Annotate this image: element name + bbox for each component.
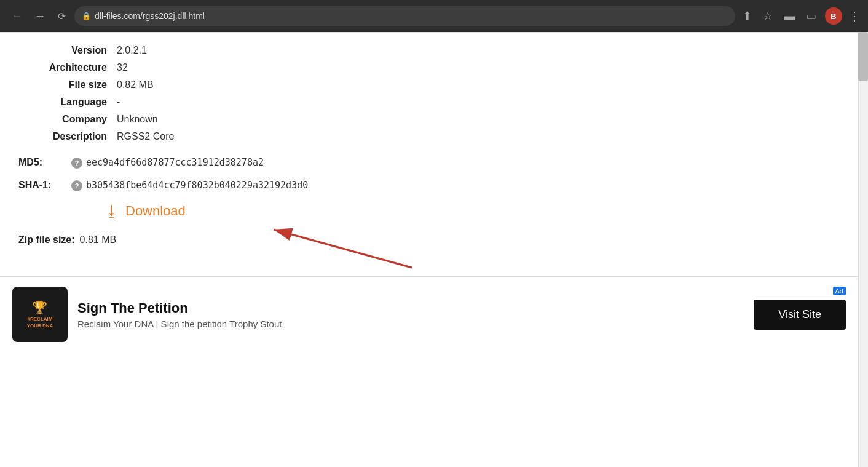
page-container: Version 2.0.2.1 Architecture 32 File siz… bbox=[0, 32, 868, 467]
scrollbar-thumb[interactable] bbox=[858, 32, 868, 81]
zip-value: 0.81 MB bbox=[80, 234, 117, 245]
forward-button[interactable]: → bbox=[31, 7, 49, 25]
download-label: Download bbox=[125, 203, 186, 219]
version-row: Version 2.0.2.1 bbox=[18, 45, 840, 56]
filesize-value: 0.82 MB bbox=[117, 79, 154, 90]
download-section: ⭳ Download bbox=[18, 202, 840, 220]
profile-button[interactable]: B bbox=[825, 7, 842, 25]
visit-site-button[interactable]: Visit Site bbox=[754, 300, 846, 330]
version-label: Version bbox=[18, 45, 117, 56]
file-info-section: Version 2.0.2.1 Architecture 32 File siz… bbox=[18, 45, 840, 142]
filesize-label: File size bbox=[18, 79, 117, 90]
ad-title: Sign The Petition bbox=[77, 300, 744, 316]
description-row: Description RGSS2 Core bbox=[18, 131, 840, 142]
company-row: Company Unknown bbox=[18, 114, 840, 125]
back-button[interactable]: ← bbox=[7, 7, 26, 25]
lock-icon: 🔒 bbox=[82, 12, 91, 20]
md5-row: MD5: ? eec9a4df66d87877ccc31912d38278a2 bbox=[18, 157, 840, 169]
menu-button[interactable]: ⋮ bbox=[848, 9, 861, 23]
download-button[interactable]: ⭳ Download bbox=[105, 202, 186, 220]
filesize-row: File size 0.82 MB bbox=[18, 79, 840, 90]
share-icon[interactable]: ⬆ bbox=[740, 7, 754, 25]
ad-logo-line2: YOUR DNA bbox=[27, 323, 53, 329]
description-value: RGSS2 Core bbox=[117, 131, 174, 142]
scrollbar[interactable] bbox=[858, 32, 868, 467]
reload-button[interactable]: ⟳ bbox=[54, 8, 69, 25]
language-value: - bbox=[117, 97, 120, 108]
ad-badge: Ad bbox=[833, 287, 846, 295]
sha1-help-icon[interactable]: ? bbox=[71, 180, 82, 191]
architecture-row: Architecture 32 bbox=[18, 62, 840, 73]
language-row: Language - bbox=[18, 97, 840, 108]
address-bar[interactable]: 🔒 dll-files.com/rgss202j.dll.html bbox=[74, 6, 735, 26]
browser-toolbar: ← → ⟳ 🔒 dll-files.com/rgss202j.dll.html … bbox=[0, 0, 868, 32]
split-screen-icon[interactable]: ▭ bbox=[803, 7, 819, 25]
extensions-icon[interactable]: ▬ bbox=[781, 7, 797, 25]
md5-label: MD5: bbox=[18, 157, 68, 168]
version-value: 2.0.2.1 bbox=[117, 45, 147, 56]
download-icon: ⭳ bbox=[105, 202, 119, 220]
ad-logo-inner: 🏆 #RECLAIM YOUR DNA bbox=[27, 300, 53, 329]
zip-label: Zip file size: bbox=[18, 234, 75, 245]
toolbar-icons: ⬆ ☆ ▬ ▭ B ⋮ bbox=[740, 7, 861, 25]
architecture-value: 32 bbox=[117, 62, 128, 73]
ad-section: Ad 🏆 #RECLAIM YOUR DNA Sign The Petition… bbox=[0, 277, 858, 352]
ad-text: Sign The Petition Reclaim Your DNA | Sig… bbox=[77, 300, 744, 329]
url-text: dll-files.com/rgss202j.dll.html bbox=[95, 11, 205, 21]
ad-subtitle: Reclaim Your DNA | Sign the petition Tro… bbox=[77, 319, 744, 329]
language-label: Language bbox=[18, 97, 117, 108]
main-content: Version 2.0.2.1 Architecture 32 File siz… bbox=[0, 32, 858, 467]
ad-logo-trophy-icon: 🏆 bbox=[32, 300, 47, 315]
sha1-value: b305438fbe64d4cc79f8032b040229a32192d3d0 bbox=[86, 180, 308, 191]
md5-value: eec9a4df66d87877ccc31912d38278a2 bbox=[86, 157, 264, 168]
ad-logo: 🏆 #RECLAIM YOUR DNA bbox=[12, 287, 68, 342]
architecture-label: Architecture bbox=[18, 62, 117, 73]
company-value: Unknown bbox=[117, 114, 158, 125]
bookmark-icon[interactable]: ☆ bbox=[760, 7, 775, 25]
zip-size-row: Zip file size: 0.81 MB bbox=[18, 234, 840, 245]
company-label: Company bbox=[18, 114, 117, 125]
sha1-label: SHA-1: bbox=[18, 180, 68, 191]
md5-help-icon[interactable]: ? bbox=[71, 158, 82, 169]
ad-logo-line1: #RECLAIM bbox=[28, 316, 53, 322]
description-label: Description bbox=[18, 131, 117, 142]
content-body: Version 2.0.2.1 Architecture 32 File siz… bbox=[0, 33, 858, 264]
sha1-row: SHA-1: ? b305438fbe64d4cc79f8032b040229a… bbox=[18, 180, 840, 191]
